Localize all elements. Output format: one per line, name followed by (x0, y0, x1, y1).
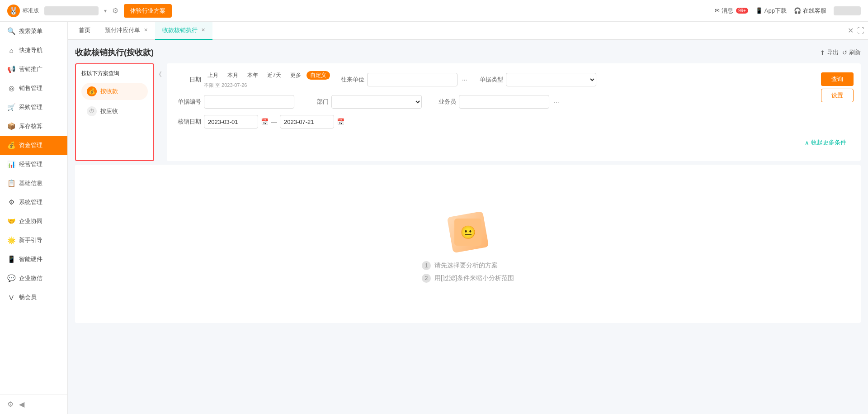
filter-form-area: 日期 上月 本月 本年 近7天 更多 自定义 (174, 71, 814, 135)
export-label: 导出 (827, 48, 839, 57)
verify-date-start-calendar-icon[interactable]: 📅 (261, 118, 269, 125)
tab-close-button[interactable]: ✕ (848, 26, 854, 35)
tab-prepay-close-icon[interactable]: ✕ (144, 27, 148, 33)
counterpart-label: 往来单位 (337, 76, 364, 84)
sidebar-item-search-menu[interactable]: 🔍 搜索菜单 (0, 22, 67, 41)
tab-receipt-close-icon[interactable]: ✕ (201, 27, 205, 33)
sidebar-item-marketing[interactable]: 📢 营销推广 (0, 60, 67, 79)
verify-date-field: 核销日期 📅 — 📅 (174, 115, 344, 128)
counterpart-dots-icon[interactable]: ··· (460, 76, 469, 83)
doc-no-label: 单据编号 (174, 98, 201, 106)
sidebar-item-label: 采购管理 (19, 103, 42, 111)
tab-home[interactable]: 首页 (71, 22, 98, 40)
query-button[interactable]: 查询 (821, 72, 854, 86)
top-header: 🐰 标准版 ▾ ⚙ 体验行业方案 ✉ 消息 99+ 📱 App下载 🎧 在线客服 (0, 0, 868, 22)
staff-dots-icon[interactable]: ··· (552, 98, 561, 105)
purchase-icon: 🛒 (7, 103, 15, 111)
basic-info-icon: 📋 (7, 179, 15, 187)
btn-last-month[interactable]: 上月 (204, 71, 222, 80)
vip-icon: V (7, 294, 15, 301)
app-label: App下载 (764, 7, 787, 15)
brand-logo: 🐰 (7, 5, 20, 17)
tab-expand-button[interactable]: ⛶ (857, 27, 864, 35)
sidebar-item-inventory[interactable]: 📦 库存核算 (0, 117, 67, 136)
sidebar-item-wechat[interactable]: 💬 企业微信 (0, 269, 67, 288)
counterpart-field: 往来单位 ··· (337, 73, 469, 86)
guide-icon: 🌟 (7, 236, 15, 244)
marketing-icon: 📢 (7, 65, 15, 73)
verify-date-end-calendar-icon[interactable]: 📅 (337, 118, 344, 125)
staff-label: 业务员 (429, 98, 456, 106)
sidebar-collapse-icon[interactable]: ◀ (19, 400, 24, 409)
user-avatar[interactable] (834, 6, 861, 15)
sidebar-item-purchase[interactable]: 🛒 采购管理 (0, 98, 67, 117)
sidebar-item-system[interactable]: ⚙ 系统管理 (0, 193, 67, 212)
sidebar-item-hardware[interactable]: 📱 智能硬件 (0, 250, 67, 269)
verify-date-range: 📅 — 📅 (204, 115, 344, 128)
settings-button[interactable]: 设置 (821, 89, 854, 102)
enterprise-icon: 🤝 (7, 217, 15, 225)
collapse-more-icon: ∧ (805, 139, 809, 146)
dept-field: 部门 (302, 95, 422, 109)
app-icon: 📱 (755, 7, 763, 14)
app-download-action[interactable]: 📱 App下载 (755, 7, 787, 15)
system-icon: ⚙ (7, 198, 15, 206)
dept-select[interactable] (331, 95, 422, 109)
sidebar-item-basic-info[interactable]: 📋 基础信息 (0, 174, 67, 193)
message-icon: ✉ (715, 7, 720, 14)
tab-prepay-offset[interactable]: 预付冲应付单 ✕ (98, 22, 155, 40)
sidebar-item-operation[interactable]: 📊 经营管理 (0, 155, 67, 174)
sidebar-item-label: 畅会员 (19, 293, 37, 301)
btn-7days[interactable]: 近7天 (264, 71, 285, 80)
staff-input[interactable] (459, 95, 549, 109)
date-hint: 不限 至 2023-07-26 (204, 82, 330, 89)
message-badge: 99+ (736, 8, 748, 14)
staff-field: 业务员 ··· (429, 95, 561, 109)
sidebar-item-label: 智能硬件 (19, 255, 42, 263)
message-action[interactable]: ✉ 消息 99+ (715, 7, 748, 15)
sidebar-item-label: 基础信息 (19, 179, 42, 187)
verify-date-start-input[interactable] (204, 115, 258, 128)
empty-icon: 😐 (441, 205, 495, 250)
filter-collapse-button[interactable]: 《 (154, 63, 163, 161)
sidebar-item-quick-nav[interactable]: ⌂ 快捷导航 (0, 41, 67, 60)
industry-button[interactable]: 体验行业方案 (124, 4, 172, 18)
sidebar: 🔍 搜索菜单 ⌂ 快捷导航 📢 营销推广 ◎ 销售管理 🛒 采购管理 📦 库存核… (0, 22, 68, 414)
sales-icon: ◎ (7, 84, 15, 92)
btn-this-year[interactable]: 本年 (244, 71, 262, 80)
sidebar-item-finance[interactable]: 💰 资金管理 (0, 136, 67, 155)
form-row-3: 核销日期 📅 — 📅 (174, 115, 814, 128)
filter-option-by-receipt[interactable]: 💰 按收款 (81, 83, 148, 100)
sidebar-item-enterprise[interactable]: 🤝 企业协同 (0, 212, 67, 231)
tab-receipt-label: 收款核销执行 (162, 26, 198, 34)
query-btn-col: 查询 设置 (821, 71, 854, 102)
filter-option-by-receivable[interactable]: ⏱ 按应收 (81, 103, 148, 120)
counterpart-input[interactable] (367, 73, 458, 86)
date-field: 日期 上月 本月 本年 近7天 更多 自定义 (174, 71, 330, 89)
btn-this-month[interactable]: 本月 (224, 71, 242, 80)
custom-date-badge[interactable]: 自定义 (307, 71, 330, 80)
sidebar-item-label: 新手引导 (19, 236, 42, 244)
tab-receipt-offset[interactable]: 收款核销执行 ✕ (155, 22, 212, 40)
collapse-more-button[interactable]: ∧ 收起更多条件 (797, 137, 854, 148)
empty-hints: 1 请先选择要分析的方案 2 用[过滤]条件来缩小分析范围 (422, 261, 514, 283)
sidebar-item-label: 营销推广 (19, 65, 42, 73)
doc-no-field: 单据编号 (174, 95, 294, 109)
tab-bar-actions: ✕ ⛶ (848, 26, 864, 35)
doc-no-input[interactable] (204, 95, 294, 109)
sidebar-item-vip[interactable]: V 畅会员 (0, 288, 67, 307)
export-button[interactable]: ⬆ 导出 (820, 48, 839, 57)
service-action[interactable]: 🎧 在线客服 (794, 7, 826, 15)
verify-date-end-input[interactable] (280, 115, 334, 128)
sidebar-item-sales[interactable]: ◎ 销售管理 (0, 79, 67, 98)
brand-name: 标准版 (23, 7, 39, 14)
header-chevron-icon[interactable]: ▾ (104, 8, 107, 14)
filter-receipt-label: 按收款 (100, 87, 118, 95)
sidebar-item-guide[interactable]: 🌟 新手引导 (0, 231, 67, 250)
sidebar-settings-icon[interactable]: ⚙ (7, 400, 14, 409)
header-gear-icon[interactable]: ⚙ (112, 6, 118, 15)
tab-bar: 首页 预付冲应付单 ✕ 收款核销执行 ✕ ✕ ⛶ (68, 22, 868, 40)
btn-more-date[interactable]: 更多 (287, 71, 305, 80)
refresh-button[interactable]: ↺ 刷新 (842, 48, 861, 57)
doc-type-select[interactable] (506, 73, 596, 86)
